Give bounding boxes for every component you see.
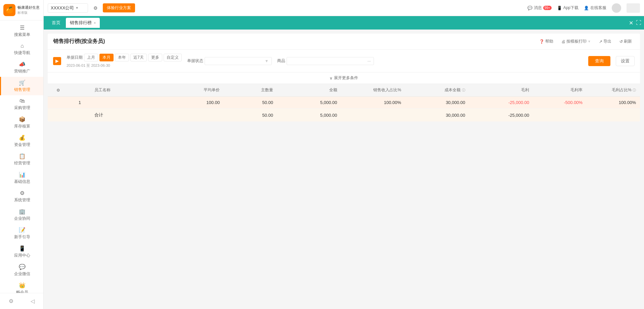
sidebar-item-basic[interactable]: 📊 基础信息	[0, 169, 43, 187]
refresh-btn[interactable]: ↺ 刷新	[617, 38, 635, 45]
tab-label: 销售排行榜	[70, 20, 92, 26]
system-icon: ⚙	[20, 190, 25, 196]
sidebar-item-shortcut[interactable]: ⌂ 快捷导航	[0, 40, 43, 58]
export-btn[interactable]: ↗ 导出	[596, 38, 614, 45]
messages-btn[interactable]: 💬 消息 99+	[527, 5, 552, 11]
avatar[interactable]	[612, 3, 621, 13]
help-icon: ❓	[539, 39, 544, 44]
sidebar-item-wechat[interactable]: 💬 企业微信	[0, 261, 43, 279]
col-settings[interactable]: ⚙	[48, 84, 69, 97]
export-icon: ↗	[599, 39, 602, 44]
date-btn-this-year[interactable]: 本年	[115, 54, 129, 61]
appstore-icon: 📱	[19, 245, 26, 252]
company-selector[interactable]: XXXXX公司 ▼	[48, 3, 88, 13]
goods-filter-label: 商品	[277, 58, 285, 64]
tab-close-icon[interactable]: ×	[94, 21, 96, 25]
online-service-btn[interactable]: 👤 在线客服	[584, 5, 606, 11]
tab-close-window-icon[interactable]: ✕	[629, 20, 633, 26]
sidebar-item-sales[interactable]: 🛒 销售管理	[0, 77, 43, 95]
cell-cost: 30,000.00	[405, 97, 469, 109]
sidebar-item-operations[interactable]: 📋 经营管理	[0, 150, 43, 169]
settings-bottom-icon[interactable]: ⚙	[7, 297, 15, 306]
company-name: XXXXX公司	[51, 5, 74, 11]
date-btn-last-month[interactable]: 上月	[84, 54, 98, 61]
home-icon: ⌂	[20, 43, 24, 49]
print-label: 按模板打印	[566, 39, 587, 44]
collapse-filter-btn[interactable]: ▶	[53, 57, 61, 65]
cell-sales-pct: 100.00%	[341, 97, 405, 109]
sidebar-item-purchase[interactable]: 🛍 采购管理	[0, 95, 43, 113]
table-row: 1 100.00 50.00 5,000.00 100.00% 30,000.0…	[48, 97, 640, 109]
tabbar: 首页 销售排行榜 × ✕ ⛶	[44, 16, 644, 30]
sidebar-bottom: ⚙ ◁	[0, 293, 43, 309]
inventory-icon: 📦	[19, 116, 26, 122]
goods-more-icon: ···	[368, 59, 371, 63]
tab-sales-ranking[interactable]: 销售排行榜 ×	[66, 18, 100, 28]
col-qty: 主数量	[224, 84, 277, 97]
cell-settings	[48, 97, 69, 109]
sidebar-item-guide[interactable]: 📝 新手引导	[0, 224, 43, 243]
sidebar: 🍊 畅康通好生意 标准版 ☰ 搜索菜单 ⌂ 快捷导航 📣 营销推广 🛒 销售管理…	[0, 0, 44, 309]
date-btn-custom[interactable]: 自定义	[164, 54, 182, 61]
user-info[interactable]	[627, 3, 640, 13]
status-dropdown-icon: ▼	[265, 59, 269, 63]
main-area: XXXXX公司 ▼ ⚙ 体验行业方案 💬 消息 99+ 📱 App下载 👤 在线…	[44, 0, 644, 309]
date-btn-more[interactable]: 更多	[148, 54, 162, 61]
cell-employee-name	[90, 97, 170, 109]
logo-sub: 标准版	[17, 10, 40, 15]
sidebar-item-search[interactable]: ☰ 搜索菜单	[0, 22, 43, 40]
tab-maximize-icon[interactable]: ⛶	[636, 20, 641, 26]
date-filter-row: 单据日期 上月 本月 本年 近7天 更多 自定义	[67, 54, 182, 61]
messages-badge: 99+	[543, 6, 552, 10]
table-body: 1 100.00 50.00 5,000.00 100.00% 30,000.0…	[48, 97, 640, 109]
enterprise-icon: 🏢	[19, 208, 26, 215]
sidebar-item-enterprise[interactable]: 🏢 企业协同	[0, 206, 43, 224]
print-btn[interactable]: 🖨 按模板打印 ▼	[559, 38, 594, 45]
settings-filter-btn[interactable]: 设置	[616, 56, 635, 66]
sidebar-item-finance[interactable]: 💰 资金管理	[0, 132, 43, 150]
collapse-sidebar-icon[interactable]: ◁	[29, 297, 36, 306]
message-icon: 💬	[527, 6, 532, 10]
cell-rank: 1	[69, 97, 91, 109]
basic-icon: 📊	[19, 171, 26, 178]
sidebar-item-marketing[interactable]: 📣 营销推广	[0, 58, 43, 77]
sidebar-item-inventory[interactable]: 📦 库存核算	[0, 113, 43, 132]
cell-qty: 50.00	[224, 97, 277, 109]
footer-gross-rate	[533, 109, 587, 122]
marketing-icon: 📣	[19, 61, 26, 67]
trial-btn[interactable]: 体验行业方案	[103, 3, 135, 12]
page-title: 销售排行榜(按业务员)	[53, 38, 105, 45]
ranking-table: ⚙ 员工名称 平均单价 主数量 全额 销售收入占比% 成本全额 ⓘ	[48, 84, 640, 121]
date-btn-7days[interactable]: 近7天	[130, 54, 147, 61]
filter-row: ▶ 单据日期 上月 本月 本年 近7天 更多 自定义 2023-06-01 至 …	[53, 54, 635, 68]
app-download-label: App下载	[563, 5, 578, 11]
chevron-down-icon: ∨	[330, 76, 333, 81]
status-select[interactable]: ▼	[205, 57, 272, 65]
query-btn[interactable]: 查询	[588, 56, 610, 66]
print-chevron-icon: ▼	[588, 40, 591, 43]
sidebar-item-member[interactable]: 👑 畅会员	[0, 279, 43, 293]
cost-help-icon[interactable]: ⓘ	[462, 88, 465, 92]
operations-icon: 📋	[19, 153, 26, 159]
help-btn[interactable]: ❓ 帮助	[536, 38, 556, 45]
content-area: 销售排行榜(按业务员) ❓ 帮助 🖨 按模板打印 ▼ ↗ 导出	[44, 30, 644, 309]
cell-avg-price: 100.00	[170, 97, 224, 109]
page-wrapper: 销售排行榜(按业务员) ❓ 帮助 🖨 按模板打印 ▼ ↗ 导出	[48, 34, 640, 121]
sidebar-item-appstore[interactable]: 📱 应用中心	[0, 243, 43, 261]
tab-home[interactable]: 首页	[46, 18, 66, 28]
col-cost: 成本全额 ⓘ	[405, 84, 469, 97]
sidebar-item-system[interactable]: ⚙ 系统管理	[0, 187, 43, 206]
table-container: ⚙ 员工名称 平均单价 主数量 全额 销售收入占比% 成本全额 ⓘ	[48, 84, 640, 121]
col-gross-pct: 毛利占比% ⓘ	[587, 84, 640, 97]
app-download-btn[interactable]: 📱 App下载	[557, 5, 578, 11]
table-header: ⚙ 员工名称 平均单价 主数量 全额 销售收入占比% 成本全额 ⓘ	[48, 84, 640, 97]
expand-label: 展开更多条件	[334, 75, 358, 81]
expand-conditions-btn[interactable]: ∨ 展开更多条件	[330, 75, 358, 81]
goods-select[interactable]: ···	[287, 57, 374, 65]
date-btn-this-month[interactable]: 本月	[99, 54, 114, 61]
wechat-icon: 💬	[19, 264, 26, 270]
company-settings-icon[interactable]: ⚙	[91, 3, 100, 13]
footer-qty: 50.00	[224, 109, 277, 122]
guide-icon: 📝	[19, 227, 26, 233]
gross-pct-help-icon[interactable]: ⓘ	[633, 88, 636, 92]
